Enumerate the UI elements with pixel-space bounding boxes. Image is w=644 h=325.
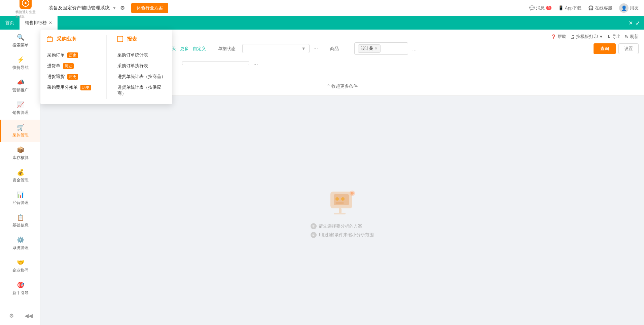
help-icon: ❓ [551, 34, 556, 39]
purchase-col: 采购业务 采购订单 历史 进货单 历史 进货退货 历史 采购费用分摊单 历史 [46, 35, 97, 99]
industry-btn[interactable]: 体验行业方案 [131, 3, 168, 13]
svg-rect-10 [47, 37, 52, 42]
sidebar-item-enterprise[interactable]: 🤝 企业协同 [0, 255, 40, 277]
doc-status-label: 单据状态 [218, 46, 238, 52]
sidebar-collapse-btn[interactable]: ◀◀ [23, 310, 34, 321]
dropdown-item-purchase-order[interactable]: 采购订单 历史 [46, 50, 97, 60]
enterprise-icon: 🤝 [17, 259, 24, 266]
doc-status-dots[interactable]: ··· [314, 46, 318, 52]
goods-tag-close-icon[interactable]: ✕ [374, 46, 378, 51]
user-avatar: 👤 [619, 3, 629, 13]
sidebar-item-operations[interactable]: 📊 经营管理 [0, 187, 40, 210]
goods-label: 商品 [330, 46, 350, 52]
system-title: 装备及固定资产辅助管理系统 ▼ [48, 5, 116, 11]
dropdown-item-incoming[interactable]: 进货单 历史 [46, 60, 97, 71]
sidebar-item-purchase[interactable]: 🛒 采购管理 [0, 120, 40, 142]
search-icon: 🔍 [17, 34, 24, 41]
message-btn[interactable]: 💬 消息 9 [529, 5, 551, 11]
sidebar-item-search[interactable]: 🔍 搜索菜单 [0, 30, 40, 52]
system-dropdown-arrow[interactable]: ▼ [112, 6, 116, 10]
message-badge: 9 [546, 6, 551, 10]
svg-rect-5 [335, 202, 344, 204]
sidebar-item-system[interactable]: ⚙️ 系统管理 [0, 232, 40, 255]
dropdown-item-expense-split[interactable]: 采购费用分摊单 历史 [46, 82, 97, 93]
sidebar-item-basic-info[interactable]: 📋 基础信息 [0, 210, 40, 232]
step-2-number: ② [311, 232, 317, 238]
sidebar-item-marketing[interactable]: 📣 营销推广 [0, 75, 40, 97]
settings-btn[interactable]: 设置 [618, 43, 639, 54]
salesperson-dots[interactable]: ... [253, 60, 258, 66]
print-btn[interactable]: 🖨 按模板打印 ▼ [570, 34, 603, 40]
online-service-btn[interactable]: 🎧 在线客服 [588, 5, 612, 11]
logo-area: 畅捷通好生意 标准版 [5, 0, 46, 19]
top-header: 畅捷通好生意 标准版 装备及固定资产辅助管理系统 ▼ ⚙ 体验行业方案 💬 消息… [0, 0, 644, 16]
marketing-icon: 📣 [17, 79, 24, 86]
refresh-btn[interactable]: ↻ 刷新 [625, 34, 639, 40]
tab-bar-actions: ✕ ⤢ [629, 20, 644, 26]
reports-col-header: 报表 [116, 35, 167, 46]
finance-icon: 💰 [17, 169, 24, 176]
dropdown-item-incoming-stats-by-supplier[interactable]: 进货单统计表（按供应商） [116, 82, 167, 99]
tab-maximize-icon[interactable]: ⤢ [636, 20, 640, 26]
dropdown-item-return[interactable]: 进货退货 历史 [46, 71, 97, 82]
inventory-icon: 📦 [17, 146, 24, 154]
dropdown-item-purchase-order-exec[interactable]: 采购订单执行表 [116, 60, 167, 71]
logo-subtitle: 畅捷通好生意 标准版 [15, 10, 36, 19]
history-badge-0: 历史 [67, 52, 78, 58]
toolbar-right: ❓ 帮助 🖨 按模板打印 ▼ ⬇ 导出 ↻ 刷新 [551, 34, 639, 40]
quick-nav-icon: ⚡ [17, 56, 24, 64]
salesperson-select[interactable] [182, 61, 249, 65]
purchase-col-header: 采购业务 [46, 35, 97, 46]
app-download-btn[interactable]: 📱 App下载 [558, 5, 581, 11]
logo-icon [20, 0, 32, 9]
tab-bar: 首页 销售排行榜 ✕ ✕ ⤢ [0, 16, 644, 30]
empty-state: ① 请先选择要分析的方案 ② 用[过滤]条件来缩小分析范围 [40, 96, 644, 325]
headset-icon: 🎧 [588, 5, 594, 10]
history-badge-2: 历史 [67, 74, 78, 80]
goods-tag: 设计桑 ✕ [358, 44, 381, 53]
goods-dots[interactable]: ... [412, 46, 417, 52]
print-icon: 🖨 [570, 34, 575, 39]
sidebar-item-tutorial[interactable]: 🎯 新手引导 [0, 277, 40, 300]
doc-status-select[interactable]: ▼ [242, 44, 310, 53]
dropdown-cols: 采购业务 采购订单 历史 进货单 历史 进货退货 历史 采购费用分摊单 历史 [46, 35, 167, 99]
purchase-dropdown-menu: 采购业务 采购订单 历史 进货单 历史 进货退货 历史 采购费用分摊单 历史 [40, 30, 172, 104]
export-btn[interactable]: ⬇ 导出 [607, 34, 621, 40]
header-right: 💬 消息 9 📱 App下载 🎧 在线客服 👤 用友 [529, 3, 639, 13]
svg-rect-6 [339, 208, 342, 213]
svg-rect-7 [334, 213, 346, 214]
sidebar-item-finance[interactable]: 💰 资金管理 [0, 165, 40, 187]
export-icon: ⬇ [607, 34, 611, 39]
print-dropdown-icon[interactable]: ▼ [599, 35, 603, 39]
dropdown-item-incoming-stats-by-goods[interactable]: 进货单统计表（按商品） [116, 71, 167, 82]
dropdown-item-purchase-order-stats[interactable]: 采购订单统计表 [116, 50, 167, 60]
history-badge-1: 历史 [63, 63, 74, 69]
help-btn[interactable]: ❓ 帮助 [551, 34, 566, 40]
tab-close-icon[interactable]: ✕ [49, 21, 52, 25]
date-more-link[interactable]: 更多 [180, 46, 189, 52]
tab-close-all-icon[interactable]: ✕ [629, 20, 633, 26]
reports-col-icon [116, 35, 124, 43]
purchase-icon: 🛒 [17, 124, 24, 131]
settings-icon-button[interactable]: ⚙ [118, 3, 127, 13]
sales-icon: 📈 [17, 101, 24, 109]
operations-icon: 📊 [17, 191, 24, 199]
sidebar-item-sales[interactable]: 📈 销售管理 [0, 97, 40, 120]
user-menu-btn[interactable]: 👤 用友 [619, 3, 639, 13]
purchase-col-icon [46, 35, 54, 43]
goods-input[interactable]: 设计桑 ✕ [354, 42, 408, 55]
svg-point-4 [341, 197, 345, 201]
step-1: ① 请先选择要分析的方案 [311, 222, 373, 231]
system-icon: ⚙️ [17, 236, 24, 244]
sidebar-item-inventory[interactable]: 📦 库存核算 [0, 142, 40, 165]
empty-text: ① 请先选择要分析的方案 ② 用[过滤]条件来缩小分析范围 [311, 222, 373, 239]
svg-point-9 [351, 192, 354, 195]
date-custom-link[interactable]: 自定义 [193, 46, 206, 52]
step-2: ② 用[过滤]条件来缩小分析范围 [311, 231, 373, 239]
reports-col: 报表 采购订单统计表 采购订单执行表 进货单统计表（按商品） 进货单统计表（按供… [116, 35, 167, 99]
sidebar-settings-btn[interactable]: ⚙ [6, 310, 17, 321]
sidebar-item-quick-nav[interactable]: ⚡ 快捷导航 [0, 52, 40, 75]
svg-point-3 [335, 197, 339, 201]
sidebar-bottom: ⚙ ◀◀ [0, 306, 40, 325]
query-btn[interactable]: 查询 [594, 43, 616, 54]
